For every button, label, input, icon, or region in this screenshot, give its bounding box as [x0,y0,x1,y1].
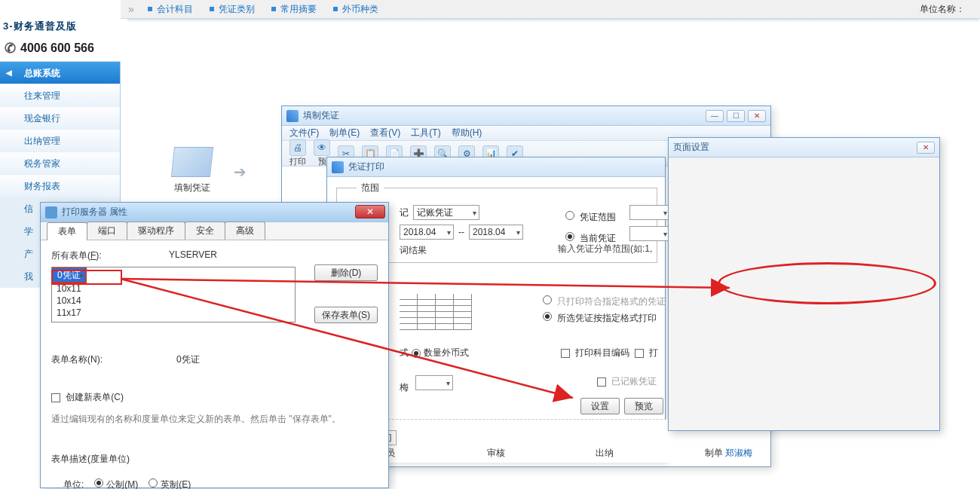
voucher-type-row: 记 记账凭证 [400,205,479,220]
btn-page-setup[interactable]: 设置 [580,398,620,414]
chevron-icon: » [128,3,134,15]
form-item-3[interactable]: 11x17 [52,307,295,319]
printer-icon [45,206,57,219]
menu-view[interactable]: 查看(V) [370,127,400,139]
chk-create-form-label: 创建新表单(C) [66,392,124,402]
radio-metric[interactable] [94,478,103,487]
only-format-row[interactable]: 只打印符合指定格式的凭证 [543,295,666,308]
chk-subject-row[interactable]: 打印科目编码 打 [561,347,658,359]
sidebar-item-cngl[interactable]: 出纳管理 [0,130,120,152]
print-server-properties-dialog: 打印服务器 属性 ✕ 表单 端口 驱动程序 安全 高级 所有表单(F): YLS… [40,202,389,488]
chk-subject2[interactable] [635,349,644,358]
btn-delete-form[interactable]: 删除(D) [314,264,378,281]
summary-row: 梅 [400,375,453,394]
menu-kjkm[interactable]: 会计科目 [148,3,193,16]
preview-icon[interactable]: 👁 [314,139,330,156]
date-to-select[interactable]: 2018.04 [469,225,523,240]
phone-number: 4006 600 566 [20,41,94,55]
stage-ribbon [127,19,979,22]
voucher-stage-label: 填制凭证 [174,182,210,193]
sidebar-item-cwbb[interactable]: 财务报表 [0,175,120,197]
summary-sel[interactable] [415,375,453,390]
radio-amount-fc[interactable] [412,349,421,358]
foot-maker-label: 制单 [705,448,723,458]
radio-by-format[interactable] [543,312,552,321]
phone-icon: ✆ [5,40,16,57]
prop-body: 所有表单(F): YLSERVER 0凭证 10x11 10x14 11x17 … [41,240,388,466]
print-dialog-icon [332,161,344,173]
print-dialog-buttons: 设置 预览 [580,398,663,414]
menu-file[interactable]: 文件(F) [289,127,319,139]
maximize-button[interactable]: ☐ [727,110,745,122]
radio-only-format-label: 只打印符合指定格式的凭证 [557,296,666,307]
form-desc-title: 表单描述(度量单位) [51,453,130,466]
pagesetup-titlebar[interactable]: 页面设置 ✕ [669,138,939,157]
form-item-2[interactable]: 10x14 [52,295,295,307]
sidebar-item-xjyh[interactable]: 现金银行 [0,107,120,130]
print-label: 打印 [289,156,306,167]
chk-cashjournal-row[interactable]: 已记账凭证 [597,375,657,388]
chk-create-form[interactable] [51,393,60,402]
range-right-opt1[interactable]: 凭证范围 [565,205,670,224]
menu-cyzy[interactable]: 常用摘要 [271,3,317,16]
result-tail: 词结果 [400,244,427,257]
form-item-1[interactable]: 10x11 [52,283,295,295]
btn-preview[interactable]: 预览 [624,398,663,414]
menu-wbzl[interactable]: 外币种类 [333,3,378,16]
menu-pzlb[interactable]: 凭证类别 [210,3,255,16]
print-titlebar[interactable]: 凭证打印 [327,157,665,177]
radio-amount-fc-label: 数量外币式 [424,347,469,359]
unit-name-label: 单位名称： [920,3,965,16]
radio-english[interactable] [149,478,158,487]
chk-subject-label: 打印科目编码 [575,347,629,358]
range-num-input[interactable] [629,205,670,220]
radio-voucher-range-label: 凭证范围 [580,212,616,222]
voucher-type-prefix: 记 [400,206,409,219]
sidebar-item-wlgl[interactable]: 往来管理 [0,84,120,107]
minimize-button[interactable]: — [706,110,724,122]
chk-subject[interactable] [561,349,570,358]
prop-titlebar[interactable]: 打印服务器 属性 ✕ [41,203,388,222]
print-dialog-title: 凭证打印 [348,160,660,173]
radio-only-format[interactable] [543,295,552,304]
sidebar-item-swgj[interactable]: 税务管家 [0,152,120,175]
page-setup-dialog: 页面设置 ✕ [668,137,940,431]
chk-create-form-row[interactable]: 创建新表单(C) [51,391,124,404]
foot-maker-value: 郑淑梅 [725,448,752,458]
form-item-0[interactable]: 0凭证 [52,267,86,283]
voucher-type-select[interactable]: 记账凭证 [413,205,479,220]
tab-advanced[interactable]: 高级 [225,222,265,240]
tab-ports[interactable]: 端口 [87,222,127,240]
prop-close-button[interactable]: ✕ [355,205,385,219]
brand-title: 3-财务通普及版 [0,18,121,35]
table-preview-icon [400,294,472,339]
by-format-row[interactable]: 所选凭证按指定格式打印 [543,312,657,325]
chk-cashjournal-label: 已记账凭证 [611,376,657,387]
date-dash: -- [458,227,464,237]
print-icon[interactable]: 🖨 [289,139,306,156]
format-row: 式 数量外币式 [400,347,469,359]
btn-save-form[interactable]: 保存表单(S) [314,307,378,323]
close-button[interactable]: ✕ [748,110,766,122]
phone-bar: ✆ 4006 600 566 [0,35,121,62]
tab-forms[interactable]: 表单 [47,222,87,240]
date-from-select[interactable]: 2018.04 [400,225,454,240]
menu-make[interactable]: 制单(E) [329,127,360,139]
radio-current-voucher[interactable] [565,232,574,241]
current-num-input[interactable] [629,226,670,241]
top-menu: » 会计科目 凭证类别 常用摘要 外币种类 单位名称： [121,0,980,18]
menu-help[interactable]: 帮助(H) [452,127,482,139]
chk-cashjournal[interactable] [597,377,606,387]
sidebar-item-gl[interactable]: 总账系统 [0,62,120,84]
menu-tool[interactable]: 工具(T) [411,127,440,139]
form-list[interactable]: 0凭证 10x11 10x14 11x17 [51,267,296,322]
chk-subject2-label: 打 [649,347,658,358]
voucher-titlebar[interactable]: 填制凭证 — ☐ ✕ [282,106,770,126]
form-name-value: 0凭证 [176,353,200,366]
voucher-window-title: 填制凭证 [303,109,706,122]
tab-drivers[interactable]: 驱动程序 [127,222,185,240]
radio-voucher-range[interactable] [565,211,574,220]
pagesetup-close-button[interactable]: ✕ [917,142,935,154]
tab-security[interactable]: 安全 [185,222,225,240]
voucher-stage-icon[interactable]: 填制凭证 [166,147,219,194]
